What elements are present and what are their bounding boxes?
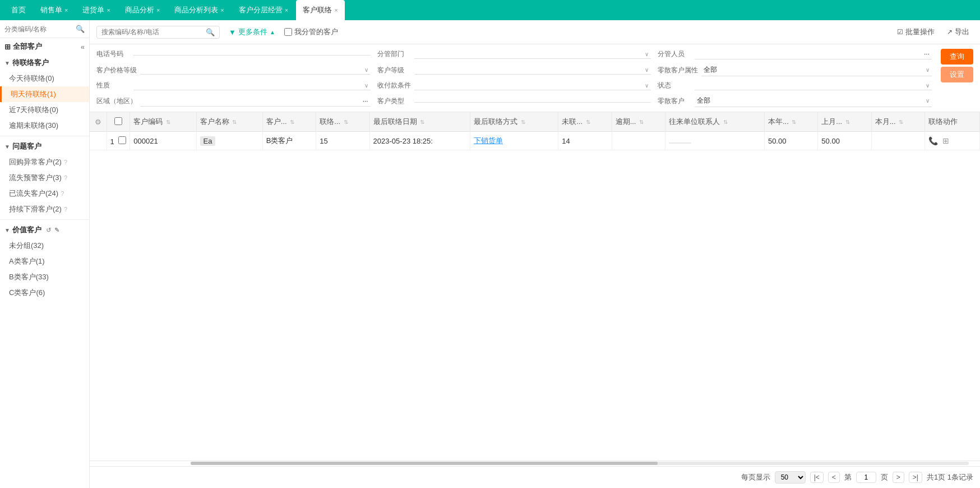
caret-down-icon4: ∨ <box>926 67 930 73</box>
page-last-btn[interactable]: >| <box>909 472 922 483</box>
search-icon[interactable]: 🔍 <box>206 28 215 36</box>
filter-row-3: 性质 ∨ 收付款条件 ∨ <box>96 81 932 90</box>
filter-payment: 收付款条件 ∨ <box>377 81 651 90</box>
page-first-btn[interactable]: |< <box>810 472 824 483</box>
scroll-thumb[interactable] <box>191 462 658 465</box>
filter-gender-select[interactable]: ∨ <box>133 81 371 90</box>
nav-product-analysis[interactable]: 商品分析 × <box>118 0 167 20</box>
sort-icon-tmonth[interactable]: ⇅ <box>899 119 903 125</box>
nav-customer-segment-close[interactable]: × <box>285 7 288 13</box>
gear-icon[interactable]: ⚙ <box>95 118 101 126</box>
filter-retail-attr: 零散客户属性 全部 ∨ <box>658 64 932 76</box>
filter-level-label: 客户等级 <box>377 66 411 75</box>
nav-customer-contact[interactable]: 客户联络 × <box>296 0 344 20</box>
filter-manager-dots[interactable]: ··· <box>924 50 930 58</box>
caret-down-icon5: ∨ <box>364 82 368 89</box>
nav-home[interactable]: 首页 <box>4 0 33 20</box>
filter-more-btn[interactable]: ▼ 更多条件 ▲ <box>224 25 280 39</box>
sort-icon-notlinked[interactable]: ⇅ <box>586 119 590 125</box>
action-phone-icon[interactable]: 📞 <box>928 136 938 145</box>
sidebar-all-customers[interactable]: ⊞ 全部客户 « <box>0 38 89 55</box>
sort-icon-contact[interactable]: ⇅ <box>344 119 348 125</box>
nav-customer-segment[interactable]: 客户分层经营 × <box>232 0 295 20</box>
nav-customer-contact-close[interactable]: × <box>334 7 338 13</box>
nav-product-list-close[interactable]: × <box>220 7 224 13</box>
batch-op-btn[interactable]: ☑ 批量操作 <box>893 25 939 39</box>
filter-area-dots[interactable]: ··· <box>363 97 368 105</box>
nav-sales[interactable]: 销售单 × <box>34 0 75 20</box>
sort-icon-year[interactable]: ⇅ <box>792 119 796 125</box>
col-gear: ⚙ <box>90 112 107 132</box>
filter-payment-select[interactable]: ∨ <box>414 81 651 90</box>
nav-sales-close[interactable]: × <box>64 7 68 13</box>
edit-icon[interactable]: ✎ <box>54 227 59 234</box>
sidebar-item-b-class[interactable]: B类客户(33) <box>0 269 89 285</box>
filter-manager-select[interactable]: ··· <box>695 49 932 59</box>
nav-purchase-close[interactable]: × <box>107 7 110 13</box>
sort-icon-unit[interactable]: ⇅ <box>723 119 728 125</box>
info-icon4: ? <box>64 206 67 213</box>
sidebar-item-c-class[interactable]: C类客户(6) <box>0 285 89 301</box>
sort-icon-lmonth[interactable]: ⇅ <box>845 119 850 125</box>
sort-icon-code[interactable]: ⇅ <box>166 119 170 125</box>
sidebar-item-ungrouped[interactable]: 未分组(32) <box>0 238 89 254</box>
col-not-linked: 未联... ⇅ <box>558 112 612 132</box>
row-checkbox[interactable] <box>118 136 126 144</box>
sort-icon-name[interactable]: ⇅ <box>232 119 237 125</box>
sidebar-search-icon[interactable]: 🔍 <box>76 25 85 33</box>
page-next-btn[interactable]: > <box>893 472 904 483</box>
filter-ctype-select[interactable] <box>414 100 651 103</box>
sidebar-search-input[interactable] <box>4 25 73 33</box>
collapse-icon[interactable]: « <box>81 43 85 51</box>
sidebar-item-churn-warning[interactable]: 流失预警客户(3) ? <box>0 170 89 186</box>
sidebar-item-today[interactable]: 今天待联络(0) <box>0 71 89 86</box>
row-unit-contact <box>665 132 765 150</box>
grid-icon: ⊞ <box>4 43 11 51</box>
query-button[interactable]: 查询 <box>941 49 973 65</box>
page-prev-btn[interactable]: < <box>828 472 840 483</box>
filter-dept-select[interactable]: ∨ <box>414 50 651 59</box>
my-customers-cb[interactable] <box>284 28 292 36</box>
filter-retail-attr-select[interactable]: 全部 ∨ <box>701 64 932 76</box>
page-input[interactable] <box>856 472 876 483</box>
search-input[interactable] <box>101 28 204 36</box>
nav-product-analysis-close[interactable]: × <box>156 7 160 13</box>
filter-phone-input[interactable] <box>133 53 371 56</box>
table-body: 1 000021 Ea B类客户 15 <box>90 132 980 150</box>
sidebar-item-churned[interactable]: 已流失客户(24) ? <box>0 186 89 201</box>
sort-icon-method[interactable]: ⇅ <box>521 119 525 125</box>
nav-purchase[interactable]: 进货单 × <box>76 0 117 20</box>
last-method-link[interactable]: 下销货单 <box>474 136 503 145</box>
col-this-year: 本年... ⇅ <box>764 112 817 132</box>
sidebar-item-a-class[interactable]: A类客户(1) <box>0 254 89 269</box>
sort-icon-type[interactable]: ⇅ <box>290 119 294 125</box>
filter-price-select[interactable]: ∨ <box>140 66 371 75</box>
export-btn[interactable]: ↗ 导出 <box>943 25 973 39</box>
action-grid-icon[interactable]: ⊞ <box>942 136 949 145</box>
refresh-icon[interactable]: ↺ <box>46 227 51 234</box>
filter-level-select[interactable]: ∨ <box>414 66 651 75</box>
filter-row-2: 客户价格等级 ∨ 客户等级 ∨ <box>96 64 932 76</box>
sidebar-item-tomorrow[interactable]: 明天待联络(1) <box>0 86 89 102</box>
nav-product-list[interactable]: 商品分析列表 × <box>168 0 230 20</box>
sidebar-item-repurchase[interactable]: 回购异常客户(2) ? <box>0 154 89 170</box>
set-button[interactable]: 设置 <box>941 67 973 82</box>
sidebar-item-7days[interactable]: 近7天待联络(0) <box>0 102 89 118</box>
filter-row-4: 区域（地区） ··· 客户类型 <box>96 95 932 107</box>
filter-retail-select[interactable]: 全部 ∨ <box>695 95 932 107</box>
triangle-down-icon3: ▼ <box>4 227 10 233</box>
filter-status-select[interactable]: ∨ <box>695 81 932 90</box>
nav-product-analysis-label: 商品分析 <box>125 5 154 15</box>
page-size-select[interactable]: 50 100 200 <box>775 471 806 484</box>
customer-table: ⚙ 客户编码 ⇅ 客户名称 ⇅ <box>90 112 980 150</box>
my-customers-checkbox[interactable]: 我分管的客户 <box>284 27 338 37</box>
sidebar-item-overdue[interactable]: 逾期未联络(30) <box>0 118 89 133</box>
col-unit-contact: 往来单位联系人 ⇅ <box>665 112 765 132</box>
sidebar-pending-group: ▼ 待联络客户 <box>0 55 89 71</box>
sort-icon-date[interactable]: ⇅ <box>420 119 424 125</box>
sort-icon-overdue[interactable]: ⇅ <box>639 119 644 125</box>
select-all-checkbox[interactable] <box>114 117 122 125</box>
col-type: 客户... ⇅ <box>262 112 316 132</box>
sidebar-item-declining[interactable]: 持续下滑客户(2) ? <box>0 201 89 217</box>
filter-area-select[interactable]: ··· <box>140 96 371 107</box>
